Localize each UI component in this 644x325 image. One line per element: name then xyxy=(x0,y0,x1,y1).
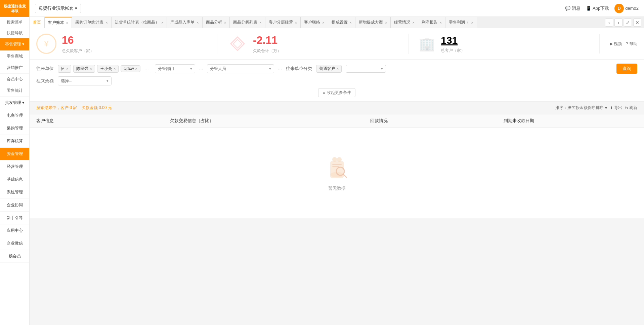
sidebar-item-operations[interactable]: 经营管理 xyxy=(0,160,29,173)
sidebar-item-enterprise-wechat[interactable]: 企业微信 xyxy=(0,237,29,250)
tab-product-analysis-list[interactable]: 商品分析列表 × xyxy=(230,17,265,28)
close-icon[interactable]: × xyxy=(471,21,473,25)
close-icon[interactable]: × xyxy=(440,21,442,25)
tab-product-analysis[interactable]: 商品分析 × xyxy=(203,17,230,28)
tab-scroll-left[interactable]: ‹ xyxy=(605,19,613,27)
tag-remove-normal[interactable]: × xyxy=(337,67,339,71)
col-header-customer: 客户信息 xyxy=(36,118,170,124)
filter-row-1: 往来单位 伍 × 陈民强 × 王小亮 × cjttcw xyxy=(36,64,637,74)
branch-person-more[interactable]: ··· xyxy=(278,66,282,71)
sidebar-item-system[interactable]: 系统管理 xyxy=(0,186,29,199)
branch-dept-more[interactable]: ··· xyxy=(199,66,203,71)
tab-purchase-order[interactable]: 采购订单统计表 × xyxy=(72,17,111,28)
tab-incoming-stats[interactable]: 进货单统计表（按商品） × xyxy=(112,17,167,28)
account-selector[interactable]: 母婴行业演示帐套 ▾ xyxy=(35,4,81,13)
app-download-btn[interactable]: 📱 App下载 xyxy=(586,5,609,11)
refresh-icon: ↻ xyxy=(625,106,628,110)
close-icon[interactable]: × xyxy=(197,21,199,25)
tab-close-all[interactable]: ✕ xyxy=(633,19,641,27)
tab-cost-entry[interactable]: 产成品入库单 × xyxy=(167,17,202,28)
sidebar-item-member[interactable]: 畅会员 xyxy=(0,250,29,263)
sidebar-item-membership[interactable]: 会员中心 xyxy=(0,74,29,85)
tab-label: 利润报告 xyxy=(422,20,438,25)
search-btn[interactable]: 查询 xyxy=(616,64,637,74)
sidebar-item-retail-stats[interactable]: 零售统计 xyxy=(0,85,29,97)
tab-customer-segment[interactable]: 客户分层经营 × xyxy=(265,17,301,28)
close-icon[interactable]: × xyxy=(412,21,414,25)
branch-dept-select[interactable]: 分管部门 ▾ xyxy=(155,64,195,73)
user-profile[interactable]: D demo2 xyxy=(614,4,639,13)
sidebar-item-wholesale-mgmt[interactable]: 批发管理 ▾ xyxy=(0,97,29,109)
sidebar-logo: 畅捷通好生意 标版 xyxy=(0,0,29,17)
sidebar-item-retail-mgmt[interactable]: 零售管理 ▾ xyxy=(0,38,29,51)
sidebar-item-inventory[interactable]: 库存核算 xyxy=(0,135,29,148)
collapse-btn[interactable]: ∧ 收起更多条件 xyxy=(318,88,355,97)
close-icon[interactable]: × xyxy=(161,21,163,25)
balance-select[interactable]: 选择... ▾ xyxy=(58,76,112,85)
tab-customer-contact[interactable]: 客户联络 × xyxy=(301,17,328,28)
close-icon[interactable]: × xyxy=(295,21,297,25)
more-tags-btn[interactable]: ... xyxy=(142,65,151,72)
tab-label: 经营情况 xyxy=(394,20,410,25)
tab-tips-settings[interactable]: 提成设置 × xyxy=(328,17,355,28)
unit-category-dropdown[interactable]: ▾ xyxy=(346,65,386,73)
close-icon[interactable]: × xyxy=(322,21,324,25)
sort-select[interactable]: 排序：按欠款金额倒序排序 ▾ xyxy=(555,105,607,111)
sidebar-item-purchase[interactable]: 采购管理 xyxy=(0,122,29,135)
filter-tag-chen[interactable]: 陈民强 × xyxy=(73,65,95,73)
refresh-btn[interactable]: ↻ 刷新 xyxy=(625,105,637,111)
tag-remove-cjttcw[interactable]: × xyxy=(135,67,137,71)
tab-label: 商品分析 xyxy=(206,20,222,25)
filter-tag-cjttcw[interactable]: cjttcw × xyxy=(121,65,140,72)
tab-scroll-right[interactable]: › xyxy=(614,19,622,27)
sidebar-search[interactable]: 搜索菜单 xyxy=(0,17,29,28)
close-icon[interactable]: × xyxy=(350,21,352,25)
chevron-down-icon: ▾ xyxy=(106,79,109,83)
branch-person-placeholder: 分管人员 xyxy=(210,66,226,72)
filter-area: 往来单位 伍 × 陈民强 × 王小亮 × cjttcw xyxy=(30,60,644,102)
chevron-down-icon: ▾ xyxy=(75,6,77,11)
tag-remove-chen[interactable]: × xyxy=(90,67,92,71)
building-icon: 🏢 xyxy=(419,36,435,52)
svg-point-9 xyxy=(337,157,342,162)
tab-operations-status[interactable]: 经营情况 × xyxy=(391,17,418,28)
chevron-down-icon: ▾ xyxy=(269,67,271,71)
tag-remove-wang[interactable]: × xyxy=(114,67,116,71)
help-btn[interactable]: ? 帮助 xyxy=(626,41,637,47)
sidebar-item-app-center[interactable]: 应用中心 xyxy=(0,224,29,237)
filter-tag-wu[interactable]: 伍 × xyxy=(58,65,71,73)
export-btn[interactable]: ⬆ 导出 xyxy=(610,105,622,111)
sidebar-item-new-guide[interactable]: 新手引导 xyxy=(0,212,29,224)
filter-tag-wang[interactable]: 王小亮 × xyxy=(97,65,119,73)
tab-profit-report[interactable]: 利润报告 × xyxy=(418,17,445,28)
sidebar-item-enterprise[interactable]: 企业协同 xyxy=(0,199,29,212)
close-icon[interactable]: × xyxy=(259,21,261,25)
video-btn[interactable]: ▶ 视频 xyxy=(610,41,622,47)
tab-home[interactable]: 首页 xyxy=(30,17,45,28)
tag-remove-wu[interactable]: × xyxy=(66,67,68,71)
tab-retail-profit[interactable]: 零售利润（ × xyxy=(445,17,477,28)
tab-label: 新增提成方案 xyxy=(359,20,383,25)
close-icon[interactable]: × xyxy=(224,21,226,25)
tab-customer-accounts[interactable]: 客户账本 × xyxy=(45,17,72,28)
account-name: 母婴行业演示帐套 xyxy=(39,5,74,11)
branch-dept-placeholder: 分管部门 xyxy=(158,66,174,72)
sidebar-item-basic-info[interactable]: 基础信息 xyxy=(0,173,29,186)
total-debtors-value: 16 xyxy=(62,34,94,46)
sidebar-item-retail-mall[interactable]: 零售商城 xyxy=(0,51,29,62)
branch-person-select[interactable]: 分管人员 ▾ xyxy=(207,64,274,73)
sidebar-item-finance[interactable]: 资金管理 xyxy=(0,148,29,160)
quick-nav[interactable]: 快捷导航 xyxy=(0,28,29,38)
message-btn[interactable]: 💬 消息 xyxy=(565,5,581,11)
sidebar-item-marketing[interactable]: 营销推广 xyxy=(0,62,29,74)
filter-tag-normal-customer[interactable]: 普通客户 × xyxy=(316,65,342,73)
tab-label: 客户联络 xyxy=(304,20,320,25)
tab-maximize[interactable]: ⤢ xyxy=(624,19,632,27)
results-bar: 搜索结果中，客户 0 家 欠款金额 0.00 元 排序：按欠款金额倒序排序 ▾ … xyxy=(30,102,644,114)
tab-new-tips-plan[interactable]: 新增提成方案 × xyxy=(355,17,391,28)
close-icon[interactable]: × xyxy=(105,21,108,25)
close-icon[interactable]: × xyxy=(66,21,68,25)
close-icon[interactable]: × xyxy=(385,21,387,25)
sidebar-item-ecommerce[interactable]: 电商管理 xyxy=(0,109,29,122)
total-debt-label: 欠款合计（万） xyxy=(253,48,281,54)
